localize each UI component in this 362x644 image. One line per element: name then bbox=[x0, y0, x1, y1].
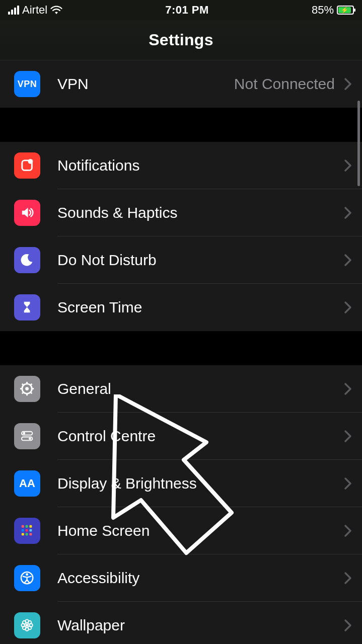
chevron-right-icon bbox=[344, 77, 352, 91]
vpn-icon: VPN bbox=[14, 71, 40, 97]
svg-rect-24 bbox=[30, 533, 32, 536]
chevron-right-icon bbox=[344, 572, 352, 585]
svg-rect-20 bbox=[26, 529, 28, 532]
text-size-icon: AA bbox=[14, 470, 40, 497]
chevron-right-icon bbox=[344, 430, 352, 443]
scroll-indicator[interactable] bbox=[357, 101, 360, 186]
flower-icon bbox=[14, 612, 40, 638]
svg-point-1 bbox=[28, 159, 33, 164]
speaker-icon bbox=[14, 200, 40, 226]
row-label: Screen Time bbox=[57, 299, 339, 316]
settings-group-network: VPN VPN Not Connected bbox=[0, 60, 362, 108]
svg-rect-16 bbox=[22, 525, 24, 528]
chevron-right-icon bbox=[344, 524, 352, 537]
row-detail: Not Connected bbox=[234, 75, 335, 93]
row-notifications[interactable]: Notifications bbox=[0, 142, 362, 189]
svg-rect-18 bbox=[30, 525, 32, 528]
svg-line-9 bbox=[31, 392, 32, 394]
row-label: Display & Brightness bbox=[57, 475, 339, 492]
settings-group-device: General Control Centre AA Display & Brig bbox=[0, 365, 362, 644]
svg-rect-21 bbox=[30, 529, 32, 532]
row-sounds[interactable]: Sounds & Haptics bbox=[0, 189, 362, 236]
row-label: VPN bbox=[57, 75, 234, 93]
settings-screen: Airtel 7:01 PM 85% ⚡ Settings VPN VPN No… bbox=[0, 0, 362, 644]
hourglass-icon bbox=[14, 294, 40, 320]
battery-percent: 85% bbox=[312, 4, 334, 17]
status-time: 7:01 PM bbox=[165, 4, 209, 17]
svg-rect-17 bbox=[26, 525, 28, 528]
row-label: Home Screen bbox=[57, 522, 339, 539]
chevron-right-icon bbox=[344, 254, 352, 267]
row-label: Wallpaper bbox=[57, 617, 339, 634]
row-label: Control Centre bbox=[57, 428, 339, 445]
chevron-right-icon bbox=[344, 619, 352, 632]
navigation-bar: Settings bbox=[0, 20, 362, 60]
svg-rect-23 bbox=[26, 533, 28, 536]
svg-point-27 bbox=[26, 624, 29, 627]
moon-icon bbox=[14, 247, 40, 273]
row-dnd[interactable]: Do Not Disturb bbox=[0, 236, 362, 284]
chevron-right-icon bbox=[344, 206, 352, 219]
chevron-right-icon bbox=[344, 477, 352, 490]
app-grid-icon bbox=[14, 518, 40, 544]
settings-group-alerts: Notifications Sounds & Haptics Do Not Di… bbox=[0, 142, 362, 331]
svg-line-10 bbox=[31, 384, 32, 385]
svg-rect-19 bbox=[22, 529, 24, 532]
group-spacer bbox=[0, 331, 362, 365]
chevron-right-icon bbox=[344, 159, 352, 172]
row-label: Notifications bbox=[57, 157, 339, 174]
svg-point-13 bbox=[23, 432, 26, 435]
row-display[interactable]: AA Display & Brightness bbox=[0, 460, 362, 507]
row-screentime[interactable]: Screen Time bbox=[0, 284, 362, 331]
wifi-icon bbox=[50, 6, 62, 15]
cellular-signal-icon bbox=[8, 6, 19, 15]
svg-line-11 bbox=[22, 392, 24, 394]
charging-bolt-icon: ⚡ bbox=[341, 7, 348, 13]
chevron-right-icon bbox=[344, 382, 352, 395]
svg-point-15 bbox=[29, 438, 31, 440]
gear-icon bbox=[14, 376, 40, 402]
status-right: 85% ⚡ bbox=[312, 4, 354, 17]
row-label: Accessibility bbox=[57, 570, 339, 587]
notifications-icon bbox=[14, 152, 40, 179]
svg-point-26 bbox=[26, 574, 29, 576]
page-title: Settings bbox=[149, 31, 213, 49]
status-bar: Airtel 7:01 PM 85% ⚡ bbox=[0, 0, 362, 20]
accessibility-icon bbox=[14, 565, 40, 591]
row-label: General bbox=[57, 380, 339, 397]
status-left: Airtel bbox=[8, 4, 62, 17]
row-vpn[interactable]: VPN VPN Not Connected bbox=[0, 60, 362, 108]
row-accessibility[interactable]: Accessibility bbox=[0, 554, 362, 602]
svg-line-8 bbox=[22, 384, 24, 385]
row-label: Sounds & Haptics bbox=[57, 204, 339, 221]
svg-point-3 bbox=[26, 387, 29, 391]
row-homescreen[interactable]: Home Screen bbox=[0, 507, 362, 554]
toggles-icon bbox=[14, 423, 40, 449]
row-general[interactable]: General bbox=[0, 365, 362, 413]
carrier-name: Airtel bbox=[22, 4, 47, 17]
row-wallpaper[interactable]: Wallpaper bbox=[0, 602, 362, 644]
group-spacer bbox=[0, 108, 362, 142]
row-label: Do Not Disturb bbox=[57, 252, 339, 269]
battery-icon: ⚡ bbox=[337, 6, 354, 15]
row-controlcentre[interactable]: Control Centre bbox=[0, 413, 362, 460]
svg-rect-22 bbox=[22, 533, 24, 536]
chevron-right-icon bbox=[344, 301, 352, 314]
